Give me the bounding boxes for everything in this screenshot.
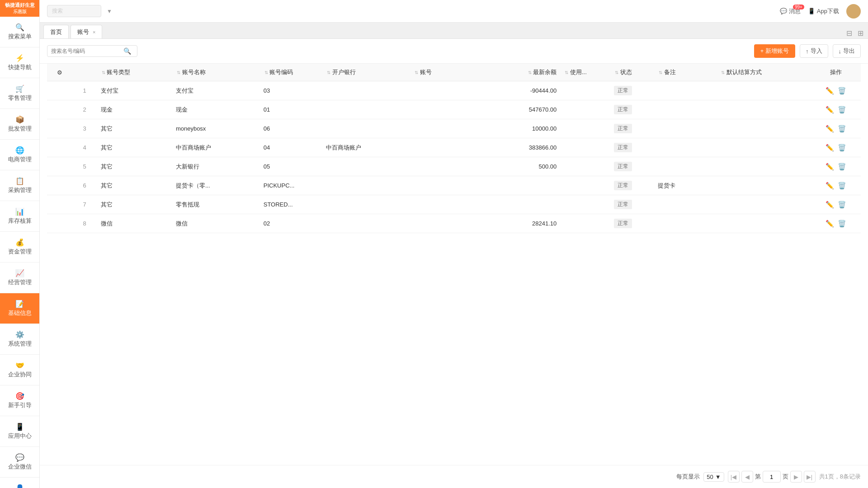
sidebar-item-member[interactable]: 👤畅会员 [0, 478, 39, 488]
header-dropdown-arrow[interactable]: ▼ [107, 8, 112, 14]
table-row: 1 支付宝 支付宝 03 -90444.00 正常 ✏️ 🗑️ [47, 81, 861, 100]
page-input[interactable] [763, 471, 781, 483]
tab-expand-btn[interactable]: ⊞ [857, 28, 864, 38]
row-edit-btn-4[interactable]: ✏️ [826, 163, 834, 171]
row-name-4: 大新银行 [172, 157, 260, 176]
tab-home[interactable]: 首页 [43, 25, 69, 38]
sidebar-item-sys-mgmt[interactable]: ⚙️系统管理 [0, 324, 39, 355]
finance-mgmt-label: 资金管理 [8, 248, 32, 256]
row-delete-btn-3[interactable]: 🗑️ [838, 144, 846, 152]
message-button[interactable]: 💬 消息 99+ [780, 7, 801, 15]
row-edit-btn-2[interactable]: ✏️ [826, 125, 834, 133]
search-icon[interactable]: 🔍 [123, 47, 131, 55]
tab-home-label: 首页 [50, 28, 62, 36]
export-button[interactable]: ↓ 导出 [833, 44, 861, 58]
sidebar-item-finance-mgmt[interactable]: 💰资金管理 [0, 232, 39, 263]
col-code-sort-icon: ⇅ [264, 70, 268, 75]
sidebar-item-app-center[interactable]: 📱应用中心 [0, 416, 39, 447]
col-default-settlement[interactable]: ⇅ 默认结算方式 [717, 64, 811, 81]
row-delete-btn-6[interactable]: 🗑️ [838, 201, 846, 209]
row-delete-btn-0[interactable]: 🗑️ [838, 87, 846, 95]
row-type-5: 其它 [97, 176, 172, 195]
row-delete-btn-1[interactable]: 🗑️ [838, 106, 846, 114]
row-action-0: ✏️ 🗑️ [811, 81, 861, 100]
col-type-sort-icon: ⇅ [102, 70, 105, 75]
sidebar-item-search-menu[interactable]: 🔍搜索菜单 [0, 17, 39, 47]
sidebar-item-quick-nav[interactable]: ⚡快捷导航 [0, 47, 39, 78]
row-remark-5: 提货卡 [654, 176, 717, 195]
row-balance-3: 383866.00 [485, 138, 560, 157]
row-code-3: 04 [260, 138, 322, 157]
row-default-5 [717, 176, 811, 195]
col-settings[interactable]: ⚙ [47, 64, 72, 81]
row-edit-btn-3[interactable]: ✏️ [826, 144, 834, 152]
sidebar-item-enterprise-agreement[interactable]: 🤝企业协同 [0, 355, 39, 385]
row-default-6 [717, 195, 811, 214]
sidebar-item-basic-info[interactable]: 📝基础信息 [0, 293, 39, 324]
row-settings-0 [47, 81, 72, 100]
row-index-3: 4 [72, 138, 97, 157]
col-remark[interactable]: ⇅ 备注 [654, 64, 717, 81]
tab-close-icon[interactable]: × [93, 29, 95, 35]
retail-mgmt-icon: 🛒 [15, 84, 24, 93]
ops-mgmt-label: 经营管理 [8, 278, 32, 286]
row-delete-btn-2[interactable]: 🗑️ [838, 125, 846, 133]
row-default-0 [717, 81, 811, 100]
row-type-0: 支付宝 [97, 81, 172, 100]
page-next-btn[interactable]: ▶ [790, 471, 802, 483]
user-avatar[interactable] [846, 4, 861, 19]
sidebar-item-new-guide[interactable]: 🎯新手引导 [0, 385, 39, 416]
import-button[interactable]: ↑ 导入 [800, 44, 828, 58]
row-edit-btn-7[interactable]: ✏️ [826, 220, 834, 228]
row-edit-btn-1[interactable]: ✏️ [826, 106, 834, 114]
sidebar-item-enterprise-wechat[interactable]: 💬企业微信 [0, 447, 39, 478]
search-box[interactable]: 🔍 [47, 45, 137, 57]
tab-collapse-btn[interactable]: ⊟ [845, 28, 853, 38]
col-account[interactable]: ⇅ 账号 [410, 64, 485, 81]
col-remark-label: 备注 [664, 69, 676, 75]
col-usage[interactable]: ⇅ 使用... [560, 64, 610, 81]
per-page-value: 50 [707, 474, 713, 480]
row-index-1: 2 [72, 100, 97, 119]
tab-accounts[interactable]: 账号 × [71, 25, 102, 38]
header-search-box[interactable]: 搜索 [47, 5, 101, 17]
row-default-1 [717, 100, 811, 119]
row-name-5: 提货卡（零... [172, 176, 260, 195]
sidebar-item-retail-mgmt[interactable]: 🛒零售管理 [0, 78, 39, 109]
import-label: 导入 [811, 47, 822, 55]
sidebar-item-inventory[interactable]: 📊库存核算 [0, 201, 39, 232]
col-balance[interactable]: ⇅ 最新余额 [485, 64, 560, 81]
row-edit-btn-0[interactable]: ✏️ [826, 87, 834, 95]
settings-gear-icon[interactable]: ⚙ [57, 69, 62, 76]
row-delete-btn-5[interactable]: 🗑️ [838, 182, 846, 190]
row-edit-btn-6[interactable]: ✏️ [826, 201, 834, 209]
app-download-label: App下载 [817, 7, 839, 15]
search-input[interactable] [51, 48, 123, 54]
sidebar-item-ops-mgmt[interactable]: 📈经营管理 [0, 263, 39, 293]
per-page-select[interactable]: 50 ▼ [703, 472, 724, 482]
sidebar-item-purchase-mgmt[interactable]: 📋采购管理 [0, 170, 39, 201]
row-edit-btn-5[interactable]: ✏️ [826, 182, 834, 190]
row-code-5: PICKUPC... [260, 176, 322, 195]
col-type[interactable]: ⇅ 账号类型 [97, 64, 172, 81]
col-usage-sort-icon: ⇅ [565, 70, 568, 75]
col-bank[interactable]: ⇅ 开户银行 [322, 64, 410, 81]
row-delete-btn-4[interactable]: 🗑️ [838, 163, 846, 171]
row-delete-btn-7[interactable]: 🗑️ [838, 220, 846, 228]
add-account-button[interactable]: + 新增账号 [754, 44, 795, 58]
row-balance-0: -90444.00 [485, 81, 560, 100]
col-type-label: 账号类型 [107, 69, 130, 75]
sidebar-item-wholesale-mgmt[interactable]: 📦批发管理 [0, 109, 39, 140]
page-last-btn[interactable]: ▶| [804, 471, 816, 483]
page-prev-btn[interactable]: ◀ [741, 471, 753, 483]
app-download-button[interactable]: 📱 App下载 [808, 7, 839, 15]
col-status[interactable]: ⇅ 状态 [610, 64, 654, 81]
col-name[interactable]: ⇅ 账号名称 [172, 64, 260, 81]
table-row: 5 其它 大新银行 05 500.00 正常 ✏️ 🗑️ [47, 157, 861, 176]
col-action-label: 操作 [830, 69, 842, 75]
add-account-label: + 新增账号 [760, 47, 789, 55]
row-status-3: 正常 [610, 138, 654, 157]
col-code[interactable]: ⇅ 账号编码 [260, 64, 322, 81]
sidebar-item-ecommerce-mgmt[interactable]: 🌐电商管理 [0, 140, 39, 170]
page-first-btn[interactable]: |◀ [728, 471, 740, 483]
